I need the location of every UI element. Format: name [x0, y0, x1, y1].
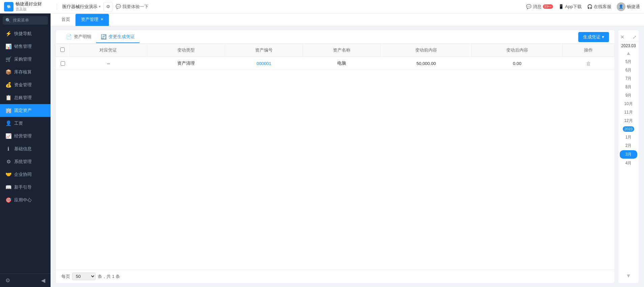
sidebar-item-system[interactable]: ⚙ 系统管理 — [0, 155, 51, 168]
business-icon: 📈 — [5, 133, 11, 139]
month-7[interactable]: 7月 — [618, 74, 639, 83]
right-panel: ✕ ⤢ 2023.03 ▲ 5月 6月 7月 8月 9月 10月 11月 12月… — [618, 30, 639, 283]
row-asset-code[interactable]: 000001 — [225, 57, 303, 70]
logo-version: 普及版 — [16, 7, 42, 12]
month-1[interactable]: 1月 — [618, 133, 639, 141]
payroll-icon: 👤 — [5, 120, 11, 126]
inventory-icon: 📦 — [5, 69, 11, 75]
select-all-checkbox[interactable] — [60, 47, 65, 52]
month-8[interactable]: 8月 — [618, 83, 639, 91]
guide-icon: 📖 — [5, 184, 11, 190]
table-checkbox-header — [56, 44, 69, 57]
generate-voucher-button[interactable]: 生成凭证 ▾ — [578, 32, 609, 42]
search-placeholder: 搜索菜单 — [13, 18, 29, 23]
message-label: 消息 — [533, 4, 542, 10]
tab-close-icon[interactable]: ✕ — [100, 17, 103, 22]
collapse-icon[interactable]: ◀ — [41, 277, 45, 284]
headset-icon: 🎧 — [587, 4, 592, 9]
table-header-row: 对应凭证 变动类型 资产编号 资产名称 变动前内容 变动后内容 操作 — [56, 44, 614, 57]
gear-icon: ⚙ — [106, 4, 110, 9]
page-content: 📄 资产明细 🔄 变更生成凭证 生成凭证 ▾ — [51, 26, 644, 287]
table-row: -- 资产清理 000001 电脑 50,000.00 0.00 🗑 — [56, 57, 614, 70]
feedback-label: 我要体验一下 — [122, 4, 149, 10]
sidebar-item-collaboration[interactable]: 🤝 企业协同 — [0, 168, 51, 181]
chevron-down-icon: ▾ — [99, 4, 101, 9]
company-selector[interactable]: 医疗器械行业演示 ▾ — [62, 4, 101, 10]
sidebar-item-quick-nav[interactable]: ⚡ 快捷导航 — [0, 27, 51, 40]
purchase-icon: 🛒 — [5, 56, 11, 62]
tab-asset-management[interactable]: 资产管理 ✕ — [75, 14, 109, 26]
sidebar-item-business[interactable]: 📈 经营管理 — [0, 130, 51, 142]
col-asset-name: 资产名称 — [303, 44, 381, 57]
row-asset-name: 电脑 — [303, 57, 381, 70]
col-change-type: 变动类型 — [147, 44, 225, 57]
sidebar-item-inventory[interactable]: 📦 库存核算 — [0, 66, 51, 78]
sidebar-item-ledger[interactable]: 📋 总账管理 — [0, 91, 51, 104]
col-before: 变动前内容 — [381, 44, 472, 57]
sidebar-item-fixed-assets[interactable]: 🏢 固定资产 — [0, 104, 51, 117]
search-input-area[interactable]: 🔍 搜索菜单 — [3, 16, 48, 25]
month-5[interactable]: 5月 — [618, 58, 639, 66]
user-menu[interactable]: 👤 畅捷通 — [617, 2, 640, 11]
feedback-button[interactable]: 💬 我要体验一下 — [116, 4, 149, 10]
sub-tabs-left: 📄 资产明细 🔄 变更生成凭证 — [61, 31, 140, 43]
right-panel-header: ✕ ⤢ — [618, 33, 639, 41]
sidebar-item-funds[interactable]: 💰 资金管理 — [0, 78, 51, 91]
month-6[interactable]: 6月 — [618, 66, 639, 74]
main-panel: 📄 资产明细 🔄 变更生成凭证 生成凭证 ▾ — [56, 30, 614, 283]
month-10[interactable]: 10月 — [618, 100, 639, 108]
search-icon: 🔍 — [5, 18, 11, 23]
sidebar-footer: ⚙ ◀ — [0, 274, 51, 287]
dropdown-arrow-icon: ▾ — [602, 34, 604, 39]
up-arrow-icon[interactable]: ▲ — [624, 49, 633, 58]
pagination-bar: 每页 10 20 50 100 条，共 1 条 — [56, 269, 614, 283]
month-4[interactable]: 4月 — [618, 159, 639, 167]
month-3-active[interactable]: 3月 — [620, 150, 637, 159]
sidebar-item-label: 系统管理 — [14, 159, 32, 165]
app-download-icon: 📱 — [558, 4, 564, 9]
message-badge: 99++ — [543, 4, 553, 9]
tab-home[interactable]: 首页 — [56, 14, 75, 26]
col-voucher: 对应凭证 — [69, 44, 147, 57]
header-left: 畅 畅捷通好业财 普及版 医疗器械行业演示 ▾ ⚙ 💬 我要体验一下 — [4, 1, 149, 12]
sidebar-item-label: 经营管理 — [14, 133, 32, 139]
sidebar-item-label: 新手引导 — [14, 184, 32, 190]
col-action: 操作 — [563, 44, 614, 57]
expand-icon[interactable]: ⤢ — [633, 34, 637, 40]
sidebar-item-app-center[interactable]: 🎯 应用中心 — [0, 194, 51, 206]
total-label: 条，共 1 条 — [98, 274, 120, 280]
footer-settings-icon[interactable]: ⚙ — [5, 277, 10, 284]
basic-info-icon: ℹ — [5, 146, 11, 152]
per-page-select[interactable]: 10 20 50 100 — [72, 273, 96, 280]
month-9[interactable]: 9月 — [618, 91, 639, 100]
down-arrow-icon[interactable]: ▼ — [624, 272, 633, 280]
row-checkbox[interactable] — [61, 61, 65, 66]
sidebar-item-basic-info[interactable]: ℹ 基础信息 — [0, 142, 51, 155]
quick-nav-icon: ⚡ — [5, 31, 11, 37]
row-checkbox-cell — [56, 57, 69, 70]
month-2[interactable]: 2月 — [618, 141, 639, 150]
table-container: 对应凭证 变动类型 资产编号 资产名称 变动前内容 变动后内容 操作 — [56, 44, 614, 269]
sub-tab-change-voucher[interactable]: 🔄 变更生成凭证 — [96, 31, 140, 43]
app-download-button[interactable]: 📱 App下载 — [558, 4, 582, 10]
fixed-assets-icon: 🏢 — [5, 107, 11, 114]
sub-tab-asset-detail[interactable]: 📄 资产明细 — [61, 31, 96, 43]
delete-icon[interactable]: 🗑 — [586, 61, 591, 66]
sidebar-item-guide[interactable]: 📖 新手引导 — [0, 181, 51, 194]
sidebar-item-sales[interactable]: 📊 销售管理 — [0, 40, 51, 53]
month-11[interactable]: 11月 — [618, 108, 639, 117]
sidebar-item-label: 固定资产 — [14, 107, 32, 114]
sidebar-search[interactable]: 🔍 搜索菜单 — [0, 13, 51, 27]
message-button[interactable]: 💬 消息 99++ — [526, 4, 553, 10]
avatar: 👤 — [617, 2, 625, 11]
sidebar-item-purchase[interactable]: 🛒 采购管理 — [0, 53, 51, 66]
month-list: 5月 6月 7月 8月 9月 10月 11月 12月 2023 1月 2月 3月… — [618, 58, 639, 272]
sidebar-item-payroll[interactable]: 👤 工资 — [0, 117, 51, 130]
month-12[interactable]: 12月 — [618, 117, 639, 125]
customer-service-button[interactable]: 🎧 在线客服 — [587, 4, 611, 10]
app-download-label: App下载 — [565, 4, 582, 10]
close-icon[interactable]: ✕ — [620, 34, 624, 40]
generate-voucher-label: 生成凭证 — [583, 34, 601, 40]
tab-bar: 首页 资产管理 ✕ — [51, 13, 644, 26]
settings-button[interactable]: ⚙ — [103, 2, 113, 11]
